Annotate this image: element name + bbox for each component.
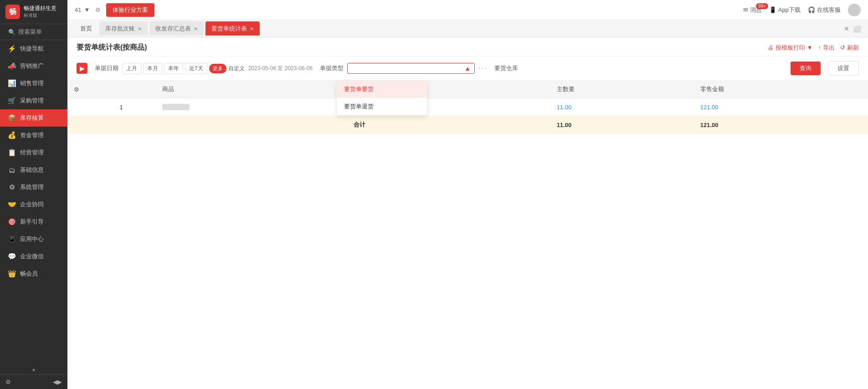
nav-icon-enterprise: 🤝 bbox=[7, 200, 16, 209]
date-range: 上月 本月 本年 近7天 更多 自定义 bbox=[122, 63, 245, 74]
sidebar-item-system[interactable]: ⚙ 系统管理 bbox=[0, 179, 67, 196]
sidebar-item-app-center[interactable]: 📱 应用中心 bbox=[0, 230, 67, 248]
nav-icon-purchase: 🛒 bbox=[7, 97, 16, 105]
sidebar-item-inventory[interactable]: 📦 库存核算 bbox=[0, 109, 67, 127]
headset-icon: 🎧 bbox=[808, 6, 815, 13]
sidebar-item-purchase[interactable]: 🛒 采购管理 bbox=[0, 92, 67, 109]
dropdown-item-order[interactable]: 要货单要货 bbox=[337, 81, 427, 98]
dropdown-item-return[interactable]: 要货单退货 bbox=[337, 98, 427, 115]
tab-home[interactable]: 首页 bbox=[75, 22, 98, 36]
online-service-label: 在线客服 bbox=[817, 6, 841, 14]
messages-btn[interactable]: ✉ 消息 99+ bbox=[743, 6, 762, 14]
date-btn-this-year[interactable]: 本年 bbox=[164, 63, 183, 74]
query-btn[interactable]: 查询 bbox=[791, 61, 821, 75]
date-btn-last-7days[interactable]: 近7天 bbox=[185, 63, 207, 74]
footer-quantity: 11.00 bbox=[551, 116, 695, 134]
tab-batch-account-label: 库存批次账 bbox=[105, 25, 135, 33]
sidebar: 畅 畅捷通好生意 标准版 🔍 搜索菜单 ⚡ 快捷导航 📣 营销推广 📊 销售管理… bbox=[0, 0, 67, 389]
tab-order-stats-label: 要货单统计表 bbox=[211, 25, 247, 33]
nav-icon-sales: 📊 bbox=[7, 79, 16, 87]
sidebar-item-finance[interactable]: 💰 资金管理 bbox=[0, 127, 67, 144]
settings-gear-icon[interactable]: ⚙ bbox=[95, 6, 101, 13]
filter-more-btn[interactable]: ··· bbox=[478, 64, 487, 72]
sidebar-item-sales[interactable]: 📊 销售管理 bbox=[0, 75, 67, 92]
industry-btn[interactable]: 体验行业方案 bbox=[106, 3, 154, 17]
print-icon: 🖨 bbox=[768, 44, 774, 51]
table-wrapper: ⚙ 商品 主计量单位 主数量 零售金额 1 bbox=[67, 81, 868, 134]
main-area: 41 ▼ ⚙ 体验行业方案 ✉ 消息 99+ 📱 App下载 🎧 在线客服 bbox=[67, 0, 868, 389]
date-btn-more[interactable]: 更多 bbox=[209, 64, 226, 73]
date-btn-last-month[interactable]: 上月 bbox=[122, 63, 141, 74]
scroll-down-arrow[interactable]: ▼ bbox=[0, 366, 67, 374]
th-quantity: 主数量 bbox=[551, 81, 695, 98]
sidebar-item-operations[interactable]: 📋 经营管理 bbox=[0, 144, 67, 161]
search-icon: 🔍 bbox=[8, 29, 15, 36]
tab-receivable-summary[interactable]: 收发存汇总表 ✕ bbox=[149, 21, 204, 36]
nav-icon-guide: 🎯 bbox=[7, 218, 16, 226]
user-avatar[interactable] bbox=[848, 4, 861, 16]
type-input[interactable] bbox=[351, 65, 464, 72]
td-product bbox=[157, 98, 348, 116]
footer-amount: 121.00 bbox=[695, 116, 868, 134]
refresh-btn[interactable]: ↺ 刷新 bbox=[840, 44, 859, 52]
tab-order-stats-close[interactable]: ✕ bbox=[250, 26, 254, 32]
export-icon: ↑ bbox=[818, 44, 822, 51]
type-filter-label: 单据类型 bbox=[320, 64, 344, 72]
settings-icon[interactable]: ⚙ bbox=[5, 379, 11, 385]
sidebar-nav: ⚡ 快捷导航 📣 营销推广 📊 销售管理 🛒 采购管理 📦 库存核算 💰 资金管… bbox=[0, 40, 67, 366]
online-service-btn[interactable]: 🎧 在线客服 bbox=[808, 6, 841, 14]
warehouse-filter-label: 要货仓库 bbox=[494, 64, 518, 72]
type-dropdown-arrow[interactable]: ▲ bbox=[464, 65, 471, 72]
sidebar-item-member[interactable]: 👑 畅会员 bbox=[0, 265, 67, 282]
tab-expand-icon[interactable]: ⬜ bbox=[853, 25, 861, 32]
store-selector[interactable]: 41 ▼ bbox=[75, 6, 90, 13]
collapse-icon[interactable]: ◀▶ bbox=[53, 379, 62, 385]
nav-icon-operations: 📋 bbox=[7, 148, 16, 157]
print-btn[interactable]: 🖨 按模板打印 ▼ bbox=[768, 44, 813, 52]
td-quantity[interactable]: 11.00 bbox=[551, 98, 695, 116]
column-settings-icon[interactable]: ⚙ bbox=[74, 86, 79, 93]
topbar: 41 ▼ ⚙ 体验行业方案 ✉ 消息 99+ 📱 App下载 🎧 在线客服 bbox=[67, 0, 868, 20]
settings-btn[interactable]: 设置 bbox=[828, 61, 859, 76]
page-actions: 🖨 按模板打印 ▼ ↑ 导出 ↺ 刷新 bbox=[768, 44, 859, 52]
type-input-wrapper: ▲ bbox=[347, 63, 475, 74]
nav-icon-quick: ⚡ bbox=[7, 45, 16, 53]
sidebar-item-base-info[interactable]: 🗂 基础信息 bbox=[0, 161, 67, 179]
td-amount[interactable]: 121.00 bbox=[695, 98, 868, 116]
date-filter-label: 单据日期 bbox=[95, 64, 118, 72]
table-row: 1 块 11.00 121.00 bbox=[67, 98, 868, 116]
filter-type-group: 单据类型 ▲ ··· bbox=[320, 63, 487, 74]
phone-icon: 📱 bbox=[769, 6, 776, 13]
sidebar-item-enterprise-wechat[interactable]: 💬 企业微信 bbox=[0, 248, 67, 265]
footer-empty-2 bbox=[86, 116, 157, 134]
filter-expand-btn[interactable]: ▶ bbox=[77, 63, 87, 74]
sidebar-item-quick-nav[interactable]: ⚡ 快捷导航 bbox=[0, 40, 67, 57]
app-download-btn[interactable]: 📱 App下载 bbox=[769, 6, 801, 14]
app-download-label: App下载 bbox=[778, 6, 801, 14]
filter-bar: ▶ 单据日期 上月 本月 本年 近7天 更多 自定义 2023-05-06 至 … bbox=[67, 56, 868, 81]
th-settings[interactable]: ⚙ bbox=[67, 81, 86, 98]
search-menu[interactable]: 🔍 搜索菜单 bbox=[0, 24, 67, 40]
tab-batch-account-close[interactable]: ✕ bbox=[138, 26, 142, 32]
sidebar-item-marketing[interactable]: 📣 营销推广 bbox=[0, 57, 67, 75]
date-btn-this-month[interactable]: 本月 bbox=[143, 63, 162, 74]
tab-receivable-summary-label: 收发存汇总表 bbox=[155, 25, 191, 33]
tab-order-stats[interactable]: 要货单统计表 ✕ bbox=[205, 21, 260, 36]
th-index bbox=[86, 81, 157, 98]
app-title: 畅捷通好生意 bbox=[24, 5, 56, 12]
date-custom-btn[interactable]: 自定义 bbox=[228, 65, 245, 72]
export-btn[interactable]: ↑ 导出 bbox=[818, 44, 835, 52]
sidebar-item-enterprise[interactable]: 🤝 企业协同 bbox=[0, 196, 67, 213]
nav-icon-member: 👑 bbox=[7, 270, 16, 278]
tab-receivable-summary-close[interactable]: ✕ bbox=[194, 26, 198, 32]
type-dropdown-menu: 要货单要货 要货单退货 bbox=[336, 80, 427, 116]
print-dropdown-icon: ▼ bbox=[807, 44, 813, 51]
sidebar-item-guide[interactable]: 🎯 新手引导 bbox=[0, 213, 67, 230]
nav-icon-wechat: 💬 bbox=[7, 252, 16, 261]
tab-close-all-icon[interactable]: ✕ bbox=[844, 25, 849, 32]
nav-icon-finance: 💰 bbox=[7, 131, 16, 139]
nav-icon-app: 📱 bbox=[7, 235, 16, 243]
store-dropdown-icon: ▼ bbox=[84, 6, 90, 13]
tab-batch-account[interactable]: 库存批次账 ✕ bbox=[99, 21, 148, 36]
page-header: 要货单统计表(按商品) 🖨 按模板打印 ▼ ↑ 导出 ↺ 刷新 bbox=[67, 37, 868, 56]
